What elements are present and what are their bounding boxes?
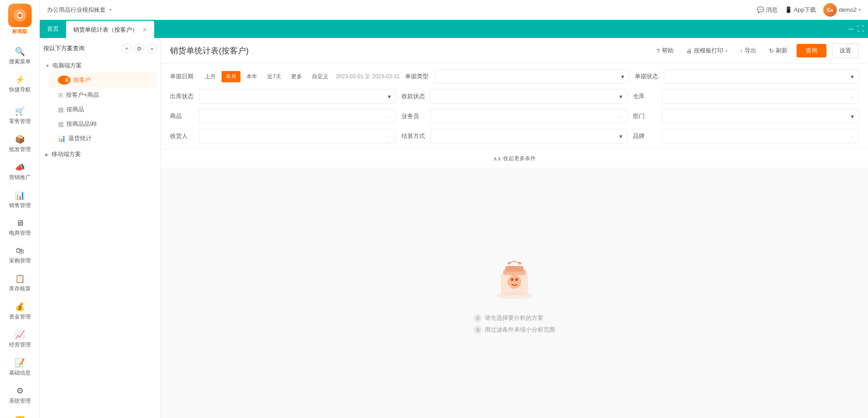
filter-row-1: 单据日期 上月 本月 本年 近7天 更多 自定义 2023-03-01 至 20… (170, 69, 859, 84)
more-btn[interactable]: 更多 (287, 71, 306, 82)
type-filter-select[interactable]: ▾ (434, 69, 629, 84)
export-label: 导出 (745, 47, 756, 55)
template-print-btn[interactable]: 🖨 按模板打印 ▾ (683, 45, 731, 57)
empty-tips: ① 请先选择要分析的方案 ② 用过滤条件来缩小分析范围 (474, 314, 555, 334)
user-menu[interactable]: Ea demo2 ▾ (823, 3, 861, 17)
salesperson-select[interactable]: ··· (430, 109, 627, 124)
logo-icon (8, 4, 32, 27)
warehouse-select[interactable]: ··· (662, 89, 859, 104)
sidebar-item-system-label: 系统管理 (9, 397, 31, 405)
add-scheme-btn[interactable]: ＋ (122, 43, 132, 53)
tab-home[interactable]: 首页 (40, 20, 66, 38)
wholesale-icon: 📦 (15, 134, 25, 144)
user-avatar: Ea (823, 3, 837, 17)
base-info-icon: 📝 (15, 358, 25, 368)
custom-btn[interactable]: 自定义 (308, 71, 332, 82)
export-btn[interactable]: ↑ 导出 (736, 45, 760, 57)
sidebar-item-ecommerce[interactable]: 🖥 电商管理 (0, 214, 39, 242)
tree-item-return-stats[interactable]: 📊 退货统计 (49, 131, 157, 146)
page-title: 销货单统计表(按客户) (170, 45, 249, 56)
refresh-btn[interactable]: ↻ 刷新 (765, 45, 791, 57)
out-status-chevron: ▾ (388, 93, 391, 100)
filter-area: 单据日期 上月 本月 本年 近7天 更多 自定义 2023-03-01 至 20… (161, 64, 868, 149)
sidebar-item-retail[interactable]: 🛒 零售管理 (0, 102, 39, 130)
help-icon: ? (656, 48, 660, 54)
sidebar-item-inventory[interactable]: 📋 库存核算 (0, 269, 39, 297)
sidebar-item-search[interactable]: 🔍 搜索菜单 (0, 42, 39, 70)
tree-item-by-customer[interactable]: 客 按客户 (49, 72, 157, 88)
out-status-select[interactable]: ▾ (199, 89, 396, 104)
collapse-panel-btn[interactable]: « (147, 43, 157, 53)
app-download-icon: 📱 (785, 6, 792, 13)
department-group: 部门 ▾ (633, 109, 859, 124)
product-select[interactable]: ··· (199, 109, 396, 124)
sidebar-item-quick-nav[interactable]: ⚡ 快捷导航 (0, 70, 39, 98)
current-month-btn[interactable]: 本月 (222, 71, 241, 82)
query-button[interactable]: 查询 (797, 44, 826, 57)
brand-select[interactable]: ··· (662, 129, 859, 143)
message-btn[interactable]: 💬 消息 (757, 6, 778, 14)
out-status-group: 出库状态 ▾ (170, 89, 396, 104)
message-label: 消息 (766, 6, 778, 14)
sidebar-item-finance[interactable]: 💰 资金管理 (0, 297, 39, 325)
tab-sales-stats[interactable]: 销货单统计表（按客户） ✕ (66, 21, 154, 39)
tree-item-by-customer-product[interactable]: ⊞ 按客户+商品 (49, 88, 157, 102)
sidebar-item-sales-label: 销售管理 (9, 202, 31, 209)
refresh-label: 刷新 (776, 47, 788, 55)
left-panel: 按以下方案查询 ＋ ⚙ « ▼ 电脑端方案 客 按客户 (40, 38, 161, 418)
empty-tip-1-text: 请先选择要分析的方案 (485, 314, 543, 322)
sidebar-item-system[interactable]: ⚙ 系统管理 (0, 381, 39, 409)
status-filter-select[interactable]: ▾ (664, 69, 859, 84)
receive-status-select[interactable]: ▾ (430, 89, 627, 104)
prev-month-btn[interactable]: 上月 (201, 71, 220, 82)
collapse-button[interactable]: ∧∧ 收起更多条件 (488, 153, 541, 164)
sidebar-item-operations[interactable]: 📈 经营管理 (0, 325, 39, 353)
settlement-select[interactable]: ▾ (430, 129, 627, 143)
date-range-display: 2023-03-01 至 2023-03-31 (336, 73, 400, 81)
desktop-section-header[interactable]: ▼ 电脑端方案 (43, 59, 157, 72)
last-7-days-btn[interactable]: 近7天 (263, 71, 285, 82)
filter-row-3: 商品 ··· 业务员 ··· 部门 (170, 109, 859, 124)
sidebar-item-quick-nav-label: 快捷导航 (9, 86, 31, 94)
app-download-btn[interactable]: 📱 App下载 (785, 6, 816, 14)
help-btn[interactable]: ? 帮助 (653, 45, 677, 57)
tab-sales-stats-label: 销货单统计表（按客户） (73, 26, 138, 34)
tree-item-by-product-99[interactable]: ▦ 按商品品99 (49, 117, 157, 131)
tab-close-btn[interactable]: ✕ (142, 27, 147, 33)
svg-rect-5 (505, 266, 524, 271)
brand-label: 品牌 (633, 132, 658, 140)
status-filter-label: 单据状态 (635, 72, 660, 81)
sidebar-item-ecommerce-label: 电商管理 (9, 229, 31, 237)
product-label: 商品 (170, 112, 195, 120)
sidebar-item-base-info[interactable]: 📝 基础信息 (0, 353, 39, 381)
industry-label: 办公用品行业模拟账套 (47, 6, 106, 14)
tab-maximize-btn[interactable]: ⛶ (857, 25, 864, 33)
tip-1-num: ① (474, 314, 482, 322)
mobile-section-header[interactable]: ▶ 移动端方案 (43, 147, 157, 161)
sidebar-item-wholesale[interactable]: 📦 批发管理 (0, 130, 39, 158)
sidebar-item-sales[interactable]: 📊 销售管理 (0, 186, 39, 214)
sidebar-item-inventory-label: 库存核算 (9, 285, 31, 293)
sidebar-item-marketing[interactable]: 📣 营销推广 (0, 158, 39, 186)
department-select[interactable]: ▾ (662, 109, 859, 124)
template-print-dropdown[interactable]: ▾ (725, 48, 727, 53)
tree-item-by-product[interactable]: ▦ 按商品 (49, 102, 157, 117)
current-year-btn[interactable]: 本年 (242, 71, 261, 82)
empty-tip-2-text: 用过滤条件来缩小分析范围 (485, 326, 555, 334)
status-filter-group: 单据状态 ▾ (635, 69, 859, 84)
empty-state: ① 请先选择要分析的方案 ② 用过滤条件来缩小分析范围 (161, 168, 868, 418)
sidebar-item-purchase[interactable]: 🛍 采购管理 (0, 242, 39, 269)
content-area: 按以下方案查询 ＋ ⚙ « ▼ 电脑端方案 客 按客户 (40, 38, 868, 418)
finance-icon: 💰 (15, 302, 25, 312)
tab-minimize-btn[interactable]: ─ (849, 25, 854, 33)
ecommerce-icon: 🖥 (16, 218, 24, 228)
sidebar-item-search-label: 搜索菜单 (9, 58, 31, 66)
settings-scheme-btn[interactable]: ⚙ (134, 43, 144, 53)
receiver-select[interactable]: ··· (199, 129, 396, 143)
department-label: 部门 (633, 112, 658, 120)
system-icon: ⚙ (16, 386, 24, 396)
sidebar-item-cooperation[interactable]: 🤝 企业协同 (0, 409, 39, 418)
settings-button[interactable]: 设置 (832, 43, 859, 58)
sidebar-item-wholesale-label: 批发管理 (9, 146, 31, 153)
industry-dropdown-arrow[interactable]: ▾ (109, 7, 112, 12)
